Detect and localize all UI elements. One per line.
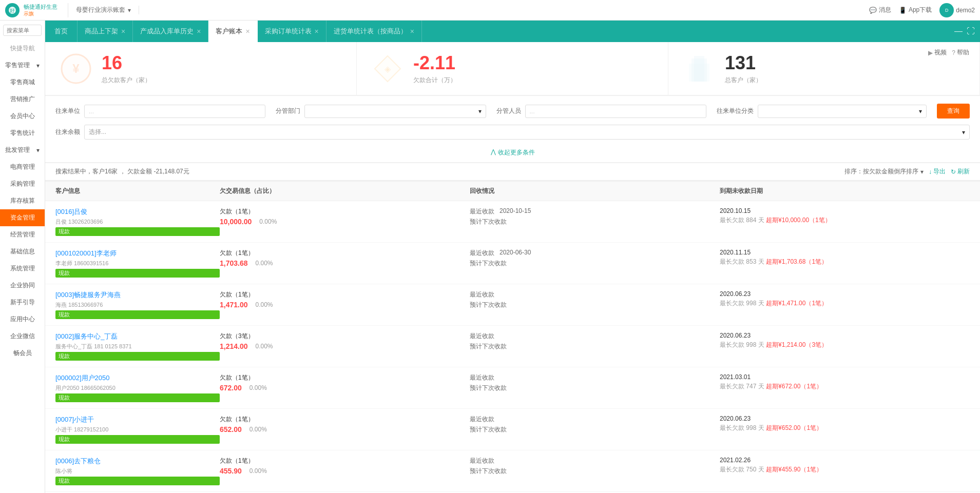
sidebar-item-system-mgmt[interactable]: 系统管理 bbox=[0, 260, 45, 277]
user-profile[interactable]: D demo2 bbox=[939, 3, 975, 17]
customer-info-0003: [0003]畅捷服务尹海燕 海燕 18513066976 现款 bbox=[55, 290, 220, 319]
sidebar-item-enterprise-coop[interactable]: 企业协同 bbox=[0, 277, 45, 294]
filter-person-input[interactable]: ... bbox=[525, 105, 706, 118]
tab-product-history[interactable]: 产成品入库单历史 × bbox=[133, 21, 208, 42]
filter-area: 往来单位 ... 分管部门 ▾ bbox=[45, 96, 980, 162]
filter-category: 往来单位分类 ▾ bbox=[717, 105, 927, 118]
collapse-bar[interactable]: ⋀ 收起更多条件 bbox=[55, 146, 970, 160]
refresh-btn[interactable]: ↻ 刷新 bbox=[951, 167, 970, 176]
message-btn[interactable]: 💬 消息 bbox=[869, 6, 891, 14]
tab-instock-stats[interactable]: 进货单统计表（按商品） × bbox=[326, 21, 422, 42]
debt-info-3: 欠款（3笔） 1,214.00 0.00% bbox=[220, 332, 470, 361]
filter-department-select[interactable]: ▾ bbox=[304, 105, 486, 118]
sidebar-item-basic-info[interactable]: 基础信息 bbox=[0, 243, 45, 260]
collapse-icon: ⋀ bbox=[491, 148, 496, 157]
sort-select[interactable]: 排序：按欠款金额倒序排序 ▾ bbox=[844, 167, 924, 176]
main-content: ¥ 16 总欠款客户（家） ◈ bbox=[45, 42, 980, 493]
stat-value-overdue-amount: -2.11 bbox=[413, 52, 456, 74]
tab-maximize-btn[interactable]: ⛶ bbox=[967, 27, 975, 36]
filter-category-label: 往来单位分类 bbox=[717, 107, 754, 115]
customer-name-0006[interactable]: [0006]去下粮仓 bbox=[55, 457, 220, 466]
overdue-link-4[interactable]: 超期¥672.00（1笔） bbox=[766, 383, 822, 390]
stat-top-right-actions: ▶ 视频 ? 帮助 bbox=[928, 48, 969, 57]
tag-xian-2: 现款 bbox=[55, 310, 220, 319]
filter-balance-select[interactable]: 选择... ▾ bbox=[84, 125, 970, 140]
sidebar: 快捷导航 零售管理▾ 零售商城 营销推广 会员中心 零售统计 批发管理▾ 电商管… bbox=[0, 21, 45, 493]
tab-customer-account[interactable]: 客户账本 × bbox=[208, 21, 257, 42]
customer-name-0007[interactable]: [0007]小进干 bbox=[55, 415, 220, 424]
svg-text:¥: ¥ bbox=[72, 62, 80, 75]
table-row: [000002]用户2050 用户2050 18665062050 现款 欠款（… bbox=[45, 367, 980, 409]
table-row: [0007]小进干 小进干 18279152100 现款 欠款（1笔） 652.… bbox=[45, 409, 980, 450]
tab-minimize-btn[interactable]: — bbox=[954, 27, 963, 36]
search-button[interactable]: 查询 bbox=[937, 104, 970, 119]
sidebar-search-area bbox=[0, 21, 45, 40]
overdue-link-2[interactable]: 超期¥1,471.00（1笔） bbox=[766, 300, 828, 307]
tab-close-product-off[interactable]: × bbox=[121, 28, 125, 35]
tag-xian-3: 现款 bbox=[55, 352, 220, 361]
stat-info-total-customers: 131 总客户（家） bbox=[725, 52, 762, 85]
customer-name-0016[interactable]: [0016]吕俊 bbox=[55, 207, 220, 216]
building-icon bbox=[684, 53, 715, 84]
customer-name-0003[interactable]: [0003]畅捷服务尹海燕 bbox=[55, 290, 220, 300]
export-btn[interactable]: ↓ 导出 bbox=[929, 167, 946, 176]
stat-info-overdue-amount: -2.11 欠款合计（万） bbox=[413, 52, 456, 85]
app-download-btn[interactable]: 📱 App下载 bbox=[899, 6, 932, 14]
tab-close-product-history[interactable]: × bbox=[197, 28, 201, 35]
sidebar-item-retail-stats[interactable]: 零售统计 bbox=[0, 125, 45, 142]
sidebar-item-inventory-check[interactable]: 库存核算 bbox=[0, 192, 45, 209]
store-selector[interactable]: 母婴行业演示账套 ▾ bbox=[68, 6, 139, 14]
sidebar-item-retail-mall[interactable]: 零售商城 bbox=[0, 74, 45, 91]
collection-info-5: 最近收款 预计下次收款 bbox=[470, 415, 720, 444]
result-actions: 排序：按欠款金额倒序排序 ▾ ↓ 导出 ↻ 刷新 bbox=[844, 167, 970, 176]
search-input[interactable] bbox=[3, 25, 42, 36]
video-help-btn[interactable]: ▶ 视频 bbox=[928, 48, 947, 57]
data-table: 客户信息 欠交易信息（占比） 回收情况 到期未收款日期 [0016]吕俊 吕俊 … bbox=[45, 182, 980, 493]
table-row: [0006]去下粮仓 陈小将 现款 欠款（1笔） 455.90 0.00% bbox=[45, 450, 980, 492]
table-row: [0016]吕俊 吕俊 13026203696 现款 欠款（1笔） 10,000… bbox=[45, 201, 980, 243]
col-header-due-date: 到期未收款日期 bbox=[720, 187, 970, 195]
due-date-info-0016: 2020.10.15 最长欠款 884 天 超期¥10,000.00（1笔） bbox=[720, 207, 970, 236]
filter-category-select[interactable]: ▾ bbox=[758, 105, 927, 118]
filter-supplier-input[interactable]: ... bbox=[84, 105, 265, 118]
sidebar-item-retail-mgmt[interactable]: 零售管理▾ bbox=[0, 57, 45, 74]
help-btn[interactable]: ? 帮助 bbox=[952, 48, 969, 57]
sidebar-item-operations-mgmt[interactable]: 经营管理 bbox=[0, 226, 45, 243]
overdue-link-1[interactable]: 超期¥1,703.68（1笔） bbox=[766, 258, 828, 265]
sidebar-item-ecommerce-mgmt[interactable]: 电商管理 bbox=[0, 159, 45, 175]
tab-close-purchase-order[interactable]: × bbox=[315, 28, 319, 35]
sidebar-item-member-center[interactable]: 会员中心 bbox=[0, 108, 45, 125]
col-header-collection: 回收情况 bbox=[470, 187, 720, 195]
sidebar-item-enterprise-wechat[interactable]: 企业微信 bbox=[0, 328, 45, 345]
result-info: 搜索结果中，客户16家 ， 欠款金额 -21,148.07元 bbox=[55, 167, 189, 176]
customer-sub-0016: 吕俊 13026203696 bbox=[55, 218, 220, 226]
overdue-link-3[interactable]: 超期¥1,214.00（3笔） bbox=[766, 341, 828, 348]
tag-xian-1: 现款 bbox=[55, 269, 220, 278]
app-logo-text: 畅捷通好生意 示旗 bbox=[24, 3, 57, 17]
customer-name-0002[interactable]: [0002]服务中心_丁磊 bbox=[55, 332, 220, 341]
customer-name-000002[interactable]: [000002]用户2050 bbox=[55, 373, 220, 383]
tab-purchase-order[interactable]: 采购订单统计表 × bbox=[258, 21, 326, 42]
sidebar-item-batch-mgmt[interactable]: 批发管理▾ bbox=[0, 142, 45, 159]
stats-row: ¥ 16 总欠款客户（家） ◈ bbox=[45, 42, 980, 95]
sidebar-item-vip-member[interactable]: 畅会员 bbox=[0, 345, 45, 362]
overdue-link-6[interactable]: 超期¥455.90（1笔） bbox=[766, 466, 822, 473]
filter-balance-label: 往来余额 bbox=[55, 128, 80, 136]
table-row: [0001020001]李老师 李老师 18600391516 现款 欠款（1笔… bbox=[45, 243, 980, 284]
sidebar-item-app-center[interactable]: 应用中心 bbox=[0, 311, 45, 328]
mobile-icon: 📱 bbox=[899, 7, 907, 14]
sidebar-item-marketing[interactable]: 营销推广 bbox=[0, 91, 45, 108]
result-bar: 搜索结果中，客户16家 ， 欠款金额 -21,148.07元 排序：按欠款金额倒… bbox=[45, 163, 980, 181]
sidebar-item-purchase-mgmt[interactable]: 采购管理 bbox=[0, 175, 45, 192]
tab-home[interactable]: 首页 bbox=[45, 21, 78, 42]
overdue-link-0016[interactable]: 超期¥10,000.00（1笔） bbox=[766, 216, 831, 224]
customer-name-00010200[interactable]: [0001020001]李老师 bbox=[55, 249, 220, 258]
sidebar-item-capital-mgmt[interactable]: 资金管理 bbox=[0, 209, 45, 226]
customer-info-0002: [0002]服务中心_丁磊 服务中心_丁磊 181 0125 8371 现款 bbox=[55, 332, 220, 361]
tab-close-instock-stats[interactable]: × bbox=[410, 28, 414, 35]
tab-close-customer-account[interactable]: × bbox=[245, 28, 249, 35]
tab-product-off[interactable]: 商品上下架 × bbox=[78, 21, 133, 42]
overdue-link-5[interactable]: 超期¥652.00（1笔） bbox=[766, 424, 822, 431]
due-date-info-4: 2021.03.01 最长欠款 747 天 超期¥672.00（1笔） bbox=[720, 373, 970, 402]
sidebar-item-newbie-guide[interactable]: 新手引导 bbox=[0, 294, 45, 311]
